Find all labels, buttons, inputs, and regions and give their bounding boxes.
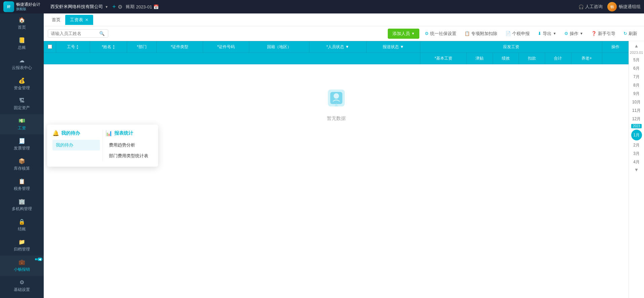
popup-item-my-todo[interactable]: 我的待办 <box>52 140 100 151</box>
col-op2 <box>602 53 629 64</box>
sort-arrows-name[interactable]: ▲▼ <box>112 44 115 50</box>
tab-close-button[interactable]: ✕ <box>85 18 88 22</box>
col-nationality: 国籍（地区） <box>249 41 309 53</box>
tax-report-button[interactable]: 📄 个税申报 <box>503 29 532 38</box>
period-value: 2023-01 <box>136 4 152 9</box>
logo-text-block: 畅捷通好会计 旗舰版 <box>16 2 40 11</box>
month-nav-up[interactable]: ▲ <box>632 42 641 49</box>
sidebar-item-tax[interactable]: 📋 税务管理 <box>0 175 44 195</box>
popup-item-trend[interactable]: 费用趋势分析 <box>106 140 153 151</box>
sort-arrows-workno[interactable]: ▲▼ <box>76 44 79 50</box>
logo-area: 好 畅捷通好会计 旗舰版 <box>3 1 47 12</box>
export-label: 导出 <box>543 31 552 37</box>
guide-toolbar-icon: ❓ <box>591 31 597 36</box>
sidebar-item-archive[interactable]: 📁 归档管理 <box>0 235 44 256</box>
add-person-label: 添加人员 <box>392 31 410 37</box>
sidebar-item-home[interactable]: 🏠 首页 <box>0 13 44 34</box>
col-total: 合计 <box>545 53 571 64</box>
tab-home-label: 首页 <box>52 17 61 23</box>
tab-home[interactable]: 首页 <box>47 15 65 25</box>
special-deduction-button[interactable]: 📋 专项附加扣除 <box>462 29 500 38</box>
sidebar-item-cloud-report[interactable]: ☁ 云报表中心 <box>0 54 44 74</box>
refresh-button[interactable]: ↻ 刷新 <box>621 29 640 38</box>
add-person-button[interactable]: 添加人员 ▼ <box>388 29 419 39</box>
month-item-7[interactable]: 7月 <box>630 73 643 81</box>
month-item-1-active[interactable]: 1月 <box>631 130 642 140</box>
month-item-2[interactable]: 2月 <box>630 141 643 150</box>
col-id-no: *证件号码 <box>203 41 249 53</box>
sidebar-label-cloud: 云报表中心 <box>12 65 32 71</box>
sidebar-item-multi-org[interactable]: 🏢 多机构管理 <box>0 195 44 215</box>
month-item-9[interactable]: 9月 <box>630 90 643 98</box>
month-item-8[interactable]: 8月 <box>630 81 643 90</box>
sidebar-item-guide[interactable]: ▶ 新手引导 <box>0 296 44 298</box>
period-display: 账期 2023-01 📅 <box>126 4 159 10</box>
sidebar-item-fixed-asset[interactable]: 🏗 固定资产 <box>0 94 44 114</box>
month-item-3[interactable]: 3月 <box>630 150 643 158</box>
logo-icon: 好 <box>3 1 14 12</box>
sidebar-item-xiao-chang[interactable]: 💼 小畅报销 ◀ <box>0 256 44 276</box>
app-sub: 旗舰版 <box>16 7 40 11</box>
sidebar-item-closing[interactable]: 🔒 结账 <box>0 215 44 235</box>
col-allowance: 津贴 <box>466 53 493 64</box>
headset-icon: 🎧 <box>578 4 584 9</box>
popup-section2-title: 📊 报表统计 <box>106 130 153 136</box>
col-work-no: 工号 ▲▼ <box>56 41 90 53</box>
tax-report-label: 个税申报 <box>512 31 530 37</box>
send-status-filter-icon[interactable]: ▼ <box>400 44 404 49</box>
search-input[interactable] <box>51 31 98 36</box>
tab-salary-label: 工资表 <box>70 17 83 23</box>
sidebar-item-ledger[interactable]: 📒 总账 <box>0 34 44 54</box>
table-and-months: 工号 ▲▼ *姓名 ▲▼ *部门 *证件类型 <box>44 41 644 298</box>
month-item-11[interactable]: 11月 <box>630 106 643 115</box>
prev-year-label: 2023.01 <box>629 49 644 56</box>
user-name: 畅捷通组组 <box>619 4 641 10</box>
select-all-header[interactable] <box>44 41 56 53</box>
company-dropdown-icon: ▼ <box>105 5 108 9</box>
sidebar-label-salary: 工资 <box>18 125 26 131</box>
sidebar-item-invoice[interactable]: 🧾 发票管理 <box>0 134 44 155</box>
tab-salary[interactable]: 工资表 ✕ <box>65 15 93 25</box>
export-dropdown-icon: ▼ <box>553 32 556 35</box>
settings-button[interactable]: ⚙ <box>118 4 122 10</box>
month-item-6[interactable]: 6月 <box>630 64 643 73</box>
social-insurance-button[interactable]: ⚙ 统一社保设置 <box>422 29 459 38</box>
sidebar-label-tax: 税务管理 <box>14 186 30 192</box>
top-header: 好 畅捷通好会计 旗舰版 西安虾米网络科技有限公司 ▼ + ⚙ 账期 2023-… <box>0 0 644 13</box>
select-all-checkbox[interactable] <box>48 44 52 49</box>
operation-button[interactable]: ⚙ 操作 ▼ <box>562 29 586 38</box>
popup-section2-label: 报表统计 <box>114 130 133 136</box>
sidebar-label-fund: 资金管理 <box>14 85 30 91</box>
cloud-icon: ☁ <box>19 57 25 64</box>
fund-icon: 💰 <box>18 77 25 84</box>
new-guide-toolbar-button[interactable]: ❓ 新手引导 <box>589 29 618 38</box>
operation-icon: ⚙ <box>564 31 568 36</box>
salary-table-container: 工号 ▲▼ *姓名 ▲▼ *部门 *证件类型 <box>44 41 629 298</box>
popup-item-dept-report[interactable]: 部门费用类型统计表 <box>106 151 153 161</box>
export-button[interactable]: ⬇ 导出 ▼ <box>535 29 559 38</box>
col-person-status: *人员状态 ▼ <box>309 41 366 53</box>
col-performance: 绩效 <box>493 53 519 64</box>
calendar-icon[interactable]: 📅 <box>153 4 159 9</box>
sidebar-label-inventory: 库存核算 <box>14 166 30 171</box>
month-item-10[interactable]: 10月 <box>630 98 643 106</box>
sidebar-item-settings[interactable]: ⚙ 基础设置 <box>0 276 44 296</box>
social-label: 统一社保设置 <box>430 31 456 37</box>
sidebar-item-fund[interactable]: 💰 资金管理 <box>0 74 44 94</box>
no-data-illustration <box>323 85 350 111</box>
user-avatar-area[interactable]: 畅 畅捷通组组 <box>607 2 641 11</box>
popup-columns: 🔔 我的待办 我的待办 📊 报表统计 费用趋势分析 部门费用类型统计表 <box>52 130 153 161</box>
add-company-button[interactable]: + <box>112 3 116 10</box>
col-deduction: 扣款 <box>519 53 545 64</box>
company-selector[interactable]: 西安虾米网络科技有限公司 ▼ <box>50 4 108 10</box>
month-item-5[interactable]: 5月 <box>630 56 643 64</box>
popup-section1-icon: 🔔 <box>52 130 59 136</box>
sidebar-item-salary[interactable]: 💵 工资 <box>0 114 44 134</box>
month-item-12[interactable]: 12月 <box>630 115 643 123</box>
person-status-filter-icon[interactable]: ▼ <box>345 44 349 49</box>
month-nav-down[interactable]: ▼ <box>632 166 641 173</box>
month-item-4[interactable]: 4月 <box>630 158 643 166</box>
sidebar-item-inventory[interactable]: 📦 库存核算 <box>0 155 44 175</box>
no-data-text: 暂无数据 <box>327 115 346 122</box>
service-button[interactable]: 🎧 人工咨询 <box>578 4 603 10</box>
